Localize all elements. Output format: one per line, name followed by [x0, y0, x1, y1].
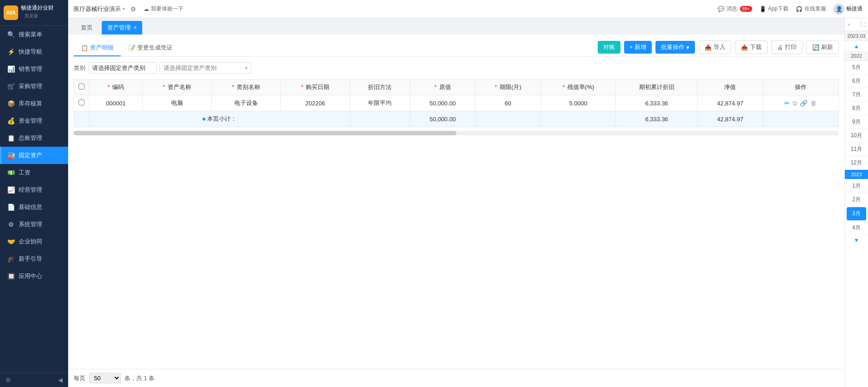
edit-icon[interactable]: ✏ [784, 99, 790, 107]
row-net-value: 42,874.97 [698, 95, 763, 111]
sidebar-item-sales[interactable]: 📊 销售管理 [0, 60, 68, 78]
sidebar-item-funds[interactable]: 💰 资金管理 [0, 112, 68, 129]
topbar: 医疗器械行业演示 ▾ ⚙ ☁ 我要体验一下 💬 消息 99+ 📱 App下载 🎧… [68, 0, 868, 18]
company-selector[interactable]: 医疗器械行业演示 ▾ [74, 5, 125, 13]
table-header-category: * 类别名称 [212, 79, 281, 95]
download-button[interactable]: 📤 下载 [735, 40, 768, 54]
per-page-select[interactable]: 50 100 [89, 373, 121, 383]
month-item-2023-3[interactable]: 3月 [847, 207, 866, 221]
select-all-checkbox[interactable] [79, 84, 84, 89]
month-item-9[interactable]: 9月 [845, 115, 868, 129]
month-item-8[interactable]: 8月 [845, 102, 868, 115]
sales-icon: 📊 [7, 65, 15, 73]
download-label2: 下载 [750, 43, 762, 51]
sidebar-item-basic-info[interactable]: 📄 基础信息 [0, 198, 68, 216]
service-button[interactable]: 🎧 在线客服 [796, 5, 826, 13]
sidebar-item-search[interactable]: 🔍 搜索菜单 [0, 26, 68, 43]
new-button[interactable]: + 新增 [624, 41, 652, 54]
sidebar-item-label: 快捷导航 [19, 48, 42, 56]
payroll-icon: 💵 [7, 169, 15, 176]
export-button[interactable]: 📥 导入 [699, 40, 731, 54]
user-profile[interactable]: 👤 畅捷通 [833, 4, 863, 15]
tab-close-icon[interactable]: × [134, 25, 137, 31]
sidebar-item-guide[interactable]: 🎓 新手引导 [0, 250, 68, 268]
filter-input-arrow-icon: ▾ [245, 65, 248, 70]
sidebar-item-system[interactable]: ⚙ 系统管理 [0, 216, 68, 233]
pagination: 每页 50 100 条，共 1 条 [68, 369, 844, 387]
year-section-2023: 2023 1月 2月 3月 4月 [845, 170, 868, 235]
sidebar-item-fixed-assets[interactable]: 🏭 固定资产 [0, 147, 68, 164]
subtotal-empty2 [350, 111, 410, 127]
down-arrow-icon: ▼ [854, 237, 859, 243]
month-item-2023-4[interactable]: 4月 [845, 221, 868, 235]
basic-info-icon: 📄 [7, 203, 15, 211]
month-item-5[interactable]: 5月 [845, 61, 868, 74]
sidebar-item-label: 库存核算 [19, 99, 42, 108]
sub-tab-change-voucher[interactable]: 📝 变更生成凭证 [121, 40, 180, 56]
table-header-checkbox [74, 79, 89, 95]
sidebar-item-ledger[interactable]: 📋 总账管理 [0, 129, 68, 147]
tab-asset-management[interactable]: 资产管理 × [102, 21, 142, 35]
filter-input-wrapper[interactable]: ▾ [159, 62, 251, 74]
subtotal-empty [74, 111, 89, 127]
total-label: 条，共 1 条 [124, 374, 154, 382]
message-label: 消息 [726, 5, 737, 13]
close-right-panel-icon[interactable]: × [848, 22, 850, 27]
sidebar-item-enterprise[interactable]: 🤝 企业协同 [0, 233, 68, 250]
sidebar-item-operations[interactable]: 📈 经营管理 [0, 181, 68, 198]
app-name: 畅捷通好业财 [21, 5, 54, 12]
sidebar-item-purchase[interactable]: 🛒 采购管理 [0, 78, 68, 95]
expand-right-panel-icon[interactable]: ⛶ [860, 22, 865, 27]
subtotal-original-value: 50,000.00 [410, 111, 475, 127]
sidebar-item-payroll[interactable]: 💵 工资 [0, 164, 68, 181]
reconcile-button[interactable]: 对账 [598, 41, 620, 54]
month-item-11[interactable]: 11月 [845, 143, 868, 156]
month-item-2023-2[interactable]: 2月 [845, 193, 868, 207]
row-code: 000001 [89, 95, 143, 111]
sidebar-item-quick-nav[interactable]: ⚡ 快捷导航 [0, 43, 68, 60]
app-logo-icon: AtA [4, 5, 18, 20]
export-icon: 📥 [704, 44, 712, 51]
copy-icon[interactable]: ⧉ [793, 99, 797, 107]
month-item-6[interactable]: 6月 [845, 74, 868, 88]
scrollbar-track [74, 131, 839, 135]
refresh-button[interactable]: 🔄 刷新 [806, 40, 839, 54]
sub-tab-asset-detail[interactable]: 📋 资产明细 [74, 40, 121, 56]
year-label-current: 2023 [845, 170, 868, 179]
horizontal-scrollbar[interactable] [74, 127, 839, 139]
sidebar-item-label: 搜索菜单 [19, 30, 42, 39]
filter-category-input[interactable] [159, 62, 251, 74]
message-button[interactable]: 💬 消息 99+ [718, 5, 752, 13]
print-icon: 🖨 [777, 44, 783, 51]
table-header-depreciation-method: 折旧方法 [350, 79, 410, 95]
table-header-accumulated-depreciation: 期初累计折旧 [616, 79, 698, 95]
tab-home[interactable]: 首页 [74, 21, 100, 35]
link-icon[interactable]: 🔗 [800, 99, 808, 107]
delete-icon[interactable]: 🗑 [810, 99, 817, 107]
guide-icon: 🎓 [7, 255, 15, 263]
sidebar-item-label: 应用中心 [19, 272, 42, 280]
sidebar-item-app-center[interactable]: 🔲 应用中心 [0, 268, 68, 285]
month-item-10[interactable]: 10月 [845, 129, 868, 143]
sidebar-item-inventory[interactable]: 📦 库存核算 [0, 95, 68, 112]
service-icon: 🎧 [796, 6, 803, 12]
per-page-label: 每页 [74, 374, 85, 382]
settings-icon[interactable]: ⚙ [5, 377, 11, 383]
row-checkbox[interactable] [79, 99, 84, 105]
down-arrow-btn[interactable]: ▼ [845, 235, 868, 245]
company-settings-icon[interactable]: ⚙ [130, 5, 136, 13]
filter-category-select[interactable]: 请选择固定资产类别 [88, 62, 157, 74]
experience-button[interactable]: ☁ 我要体验一下 [144, 5, 184, 13]
table-header-purchase-date: * 购买日期 [281, 79, 350, 95]
up-arrow-btn[interactable]: ▲ [845, 41, 868, 51]
collapse-icon[interactable]: ◀ [58, 377, 63, 383]
download-label: App下载 [768, 5, 789, 13]
download-button[interactable]: 📱 App下载 [759, 5, 789, 13]
subtotal-empty3 [475, 111, 541, 127]
app-logo: AtA 畅捷通好业财 普及版 [0, 0, 68, 26]
month-item-2023-1[interactable]: 1月 [845, 179, 868, 193]
batch-button[interactable]: 批量操作 ▾ [655, 41, 695, 54]
month-item-12[interactable]: 12月 [845, 156, 868, 170]
month-item-7[interactable]: 7月 [845, 88, 868, 102]
print-button[interactable]: 🖨 打印 [771, 40, 803, 54]
